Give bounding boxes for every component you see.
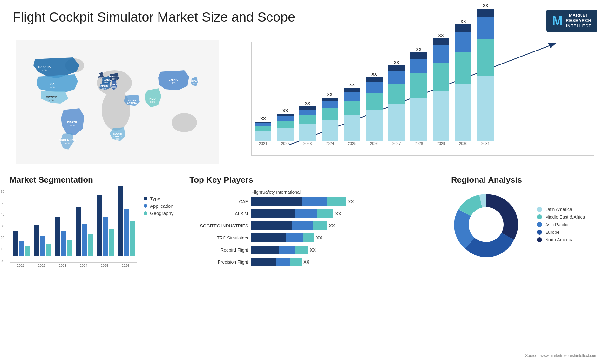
players-section: Top Key Players FlightSafety Internation… <box>183 175 438 347</box>
svg-text:xx%: xx% <box>65 142 70 145</box>
svg-text:xx%: xx% <box>50 86 55 89</box>
segmentation-section: Market Segmentation 60 50 40 30 20 10 0 <box>10 175 173 347</box>
player-row-sogitec: SOGITEC INDUSTRIES XX <box>189 221 432 230</box>
legend-application: Application <box>144 203 173 209</box>
svg-text:MEXICO: MEXICO <box>46 96 57 99</box>
legend-latin-america: Latin America <box>537 207 585 212</box>
seg-bar-2026 <box>118 186 135 256</box>
bar-2025: XX 2025 <box>344 83 360 146</box>
bar-chart-section: XX 2021 XX 2022 <box>232 35 600 169</box>
svg-text:BRAZIL: BRAZIL <box>67 121 78 124</box>
seg-bar-2023 <box>55 217 72 256</box>
svg-text:INDIA: INDIA <box>149 97 157 100</box>
legend-north-america: North America <box>537 237 585 242</box>
map-section: CANADA xx% U.S. xx% MEXICO xx% BRAZIL xx… <box>10 35 226 169</box>
svg-point-39 <box>469 207 504 242</box>
svg-text:U.K.: U.K. <box>98 74 103 77</box>
svg-text:GERMANY: GERMANY <box>108 75 121 78</box>
page-title: Flight Cockpit Simulator Market Size and… <box>13 10 295 25</box>
logo: M MARKET RESEARCH INTELLECT <box>546 10 597 32</box>
segmentation-title: Market Segmentation <box>10 175 173 185</box>
player-row-precision: Precision Flight XX <box>189 258 432 266</box>
bar-2022: XX 2022 <box>277 108 294 146</box>
svg-text:CANADA: CANADA <box>38 65 51 69</box>
svg-text:CHINA: CHINA <box>169 78 178 81</box>
svg-text:xx%: xx% <box>102 88 106 90</box>
bar-2023: XX 2023 <box>299 101 316 146</box>
svg-text:xx%: xx% <box>70 124 75 127</box>
legend-middle-east-africa: Middle East & Africa <box>537 214 585 219</box>
player-row-trc: TRC Simulators XX <box>189 233 432 242</box>
svg-text:ARABIA: ARABIA <box>127 102 137 104</box>
source-text: Source : www.marketresearchintellect.com <box>525 353 597 358</box>
svg-text:ITALY: ITALY <box>110 83 117 86</box>
legend-geography: Geography <box>144 211 173 216</box>
svg-text:xx%: xx% <box>112 86 116 88</box>
seg-bar-2024 <box>76 207 93 256</box>
svg-text:xx%: xx% <box>171 81 175 84</box>
svg-text:xx%: xx% <box>49 99 54 102</box>
svg-text:ARGENTINA: ARGENTINA <box>59 138 76 142</box>
bar-2028: XX 2028 <box>410 47 427 146</box>
header: Flight Cockpit Simulator Market Size and… <box>0 0 610 35</box>
seg-bar-2021 <box>13 231 30 256</box>
svg-text:AFRICA: AFRICA <box>113 135 122 138</box>
bar-2021: XX 2021 <box>255 116 271 146</box>
player-row-alsim: ALSIM XX <box>189 209 432 218</box>
segmentation-legend: Type Application Geography <box>144 190 173 267</box>
legend-asia-pacific: Asia Pacific <box>537 222 585 227</box>
svg-text:SPAIN: SPAIN <box>100 85 108 88</box>
svg-text:xx%: xx% <box>112 78 116 80</box>
svg-point-3 <box>172 113 197 132</box>
world-map: CANADA xx% U.S. xx% MEXICO xx% BRAZIL xx… <box>16 38 219 165</box>
svg-text:FRANCE: FRANCE <box>101 78 112 81</box>
legend-europe: Europe <box>537 230 585 235</box>
regional-title: Regional Analysis <box>451 175 597 185</box>
svg-text:xx%: xx% <box>192 83 196 85</box>
logo-letter: M <box>552 14 563 27</box>
svg-text:xx%: xx% <box>42 69 47 71</box>
logo-text: MARKET RESEARCH INTELLECT <box>566 13 592 29</box>
donut-chart <box>451 190 521 261</box>
regional-section: Regional Analysis <box>448 175 600 347</box>
player-row-redbird: Redbird Flight XX <box>189 246 432 254</box>
svg-text:xx%: xx% <box>130 104 134 107</box>
svg-text:xx%: xx% <box>150 100 155 103</box>
seg-bar-2025 <box>97 195 114 256</box>
bar-2026: XX 2026 <box>366 72 383 146</box>
bar-2027: XX 2027 <box>388 60 405 146</box>
svg-point-2 <box>102 89 130 131</box>
players-header-company: FlightSafety International <box>251 190 432 195</box>
seg-bar-2022 <box>34 225 51 256</box>
svg-text:xx%: xx% <box>104 81 108 84</box>
bar-2031: XX 2031 <box>477 3 494 146</box>
svg-text:xx%: xx% <box>115 138 119 140</box>
bar-2030: XX 2030 <box>455 19 471 146</box>
regional-legend: Latin America Middle East & Africa Asia … <box>537 207 585 245</box>
bar-2029: XX 2029 <box>433 33 449 146</box>
bar-2024: XX 2024 <box>322 92 338 146</box>
legend-type: Type <box>144 196 173 201</box>
player-row-cae: CAE XX <box>189 197 432 206</box>
svg-text:U.S.: U.S. <box>50 83 55 86</box>
svg-text:JAPAN: JAPAN <box>190 80 199 83</box>
players-title: Top Key Players <box>189 175 432 185</box>
